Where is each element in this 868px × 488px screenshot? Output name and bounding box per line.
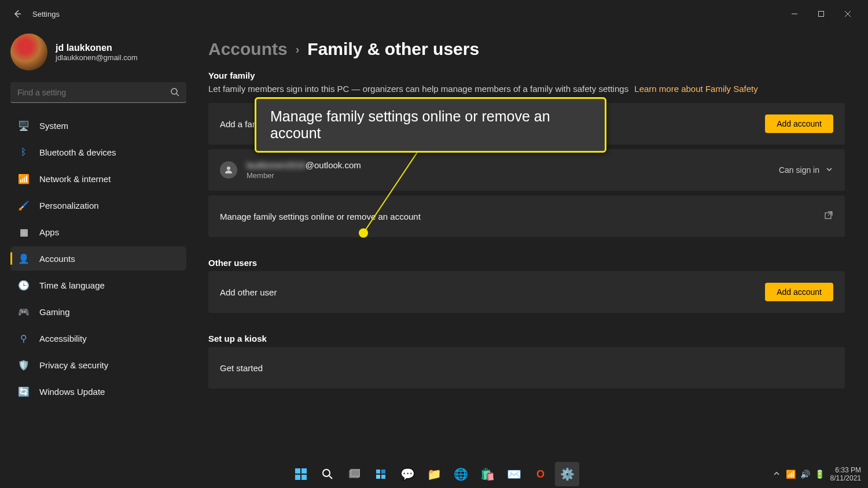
battery-tray-icon[interactable]: 🔋 (815, 469, 825, 479)
nav-label: Time & language (39, 280, 105, 290)
search-input[interactable] (10, 82, 186, 103)
add-other-user-label: Add other user (220, 287, 765, 297)
search-icon (170, 87, 179, 99)
clock-date: 8/11/2021 (830, 474, 861, 482)
breadcrumb: Accounts › Family & other users (208, 39, 845, 59)
member-avatar-icon (220, 161, 237, 179)
nav-label: Bluetooth & devices (39, 147, 116, 157)
add-other-account-button[interactable]: Add account (765, 283, 833, 301)
signin-status-dropdown[interactable]: Can sign in (779, 165, 833, 175)
family-heading: Your family (208, 71, 845, 80)
nav-label: Windows Update (39, 387, 105, 397)
back-button[interactable] (7, 3, 28, 24)
nav-update[interactable]: 🔄Windows Update (10, 379, 186, 404)
accessibility-icon: ⚲ (17, 332, 30, 345)
taskbar: 💬 📁 🌐 🛍️ ✉️ O ⚙️ 📶 🔊 🔋 6:33 PM 8/11/2021 (0, 460, 868, 488)
svg-rect-17 (376, 469, 380, 474)
edge-browser[interactable]: 🌐 (448, 462, 473, 486)
svg-rect-9 (295, 468, 300, 474)
manage-family-online-card[interactable]: Manage family settings online or remove … (208, 195, 845, 237)
nav-system[interactable]: 🖥️System (10, 113, 186, 138)
sidebar: jd laukkonen jdlaukkonen@gmail.com 🖥️Sys… (0, 28, 197, 460)
update-icon: 🔄 (17, 385, 30, 398)
nav-label: System (39, 121, 68, 131)
nav-time[interactable]: 🕒Time & language (10, 273, 186, 297)
volume-tray-icon[interactable]: 🔊 (800, 469, 810, 479)
chat-button[interactable]: 💬 (395, 462, 420, 486)
brush-icon: 🖌️ (17, 199, 30, 212)
callout-dot (359, 228, 368, 238)
family-desc-text: Let family members sign into this PC — o… (208, 84, 628, 94)
microsoft-store[interactable]: 🛍️ (475, 462, 499, 486)
svg-rect-1 (819, 12, 824, 17)
shield-icon: 🛡️ (17, 358, 30, 371)
mail-app[interactable]: ✉️ (502, 462, 526, 486)
family-description: Let family members sign into this PC — o… (208, 84, 845, 94)
breadcrumb-parent[interactable]: Accounts (208, 39, 288, 59)
svg-rect-18 (381, 469, 385, 474)
taskbar-center: 💬 📁 🌐 🛍️ ✉️ O ⚙️ (289, 462, 579, 486)
add-other-user-card: Add other user Add account (208, 271, 845, 313)
svg-line-5 (176, 94, 179, 96)
clock[interactable]: 6:33 PM 8/11/2021 (830, 466, 861, 483)
main-content: Accounts › Family & other users Your fam… (197, 28, 868, 460)
tray-overflow[interactable] (773, 470, 780, 479)
member-role: Member (247, 171, 779, 180)
close-button[interactable] (834, 5, 861, 23)
family-member-row[interactable]: laukkonen2016@outlook.com Member Can sig… (208, 149, 845, 191)
kiosk-get-started-label: Get started (220, 363, 833, 373)
wifi-tray-icon[interactable]: 📶 (786, 469, 796, 479)
maximize-button[interactable] (808, 5, 834, 23)
nav-bluetooth[interactable]: ᛒBluetooth & devices (10, 140, 186, 164)
svg-rect-11 (295, 475, 300, 480)
back-arrow-icon (13, 9, 22, 19)
nav-list: 🖥️System ᛒBluetooth & devices 📶Network &… (10, 113, 186, 404)
taskbar-search[interactable] (315, 462, 340, 486)
signin-status-label: Can sign in (779, 165, 819, 175)
file-explorer[interactable]: 📁 (422, 462, 446, 486)
office-app[interactable]: O (528, 462, 553, 486)
callout-tooltip: Manage family settings online or remove … (255, 97, 606, 153)
kiosk-get-started-card[interactable]: Get started (208, 347, 845, 389)
nav-privacy[interactable]: 🛡️Privacy & security (10, 353, 186, 377)
nav-label: Personalization (39, 201, 99, 210)
minimize-button[interactable] (781, 5, 808, 23)
chevron-down-icon (825, 165, 833, 175)
other-users-heading: Other users (208, 258, 845, 268)
svg-rect-10 (301, 468, 307, 474)
svg-rect-12 (301, 475, 307, 480)
avatar (10, 34, 47, 71)
titlebar: Settings (0, 0, 868, 28)
nav-label: Accounts (39, 254, 75, 264)
nav-network[interactable]: 📶Network & internet (10, 167, 186, 191)
kiosk-heading: Set up a kiosk (208, 334, 845, 343)
bluetooth-icon: ᛒ (17, 146, 30, 158)
member-info: laukkonen2016@outlook.com Member (247, 160, 779, 180)
nav-accounts[interactable]: 👤Accounts (10, 246, 186, 271)
system-icon: 🖥️ (17, 119, 30, 132)
breadcrumb-separator: › (296, 43, 300, 56)
app-title: Settings (32, 10, 60, 19)
start-button[interactable] (289, 462, 313, 486)
nav-personalization[interactable]: 🖌️Personalization (10, 193, 186, 217)
external-link-icon (824, 210, 833, 222)
nav-gaming[interactable]: 🎮Gaming (10, 300, 186, 324)
user-email: jdlaukkonen@gmail.com (56, 53, 138, 62)
user-block[interactable]: jd laukkonen jdlaukkonen@gmail.com (10, 34, 186, 71)
task-view[interactable] (342, 462, 366, 486)
nav-apps[interactable]: ▦Apps (10, 220, 186, 244)
system-tray: 📶 🔊 🔋 6:33 PM 8/11/2021 (773, 466, 861, 483)
svg-rect-16 (351, 469, 360, 476)
svg-point-4 (171, 88, 177, 94)
add-family-account-button[interactable]: Add account (765, 114, 833, 133)
clock-time: 6:33 PM (830, 466, 861, 474)
nav-accessibility[interactable]: ⚲Accessibility (10, 326, 186, 350)
learn-more-link[interactable]: Learn more about Family Safety (634, 84, 757, 94)
breadcrumb-current: Family & other users (307, 39, 479, 59)
user-name: jd laukkonen (56, 43, 138, 53)
widgets-button[interactable] (369, 462, 393, 486)
manage-family-online-label: Manage family settings online or remove … (220, 212, 824, 221)
svg-line-14 (329, 476, 332, 479)
callout-text: Manage family settings online or remove … (270, 108, 550, 141)
settings-app[interactable]: ⚙️ (555, 462, 579, 486)
